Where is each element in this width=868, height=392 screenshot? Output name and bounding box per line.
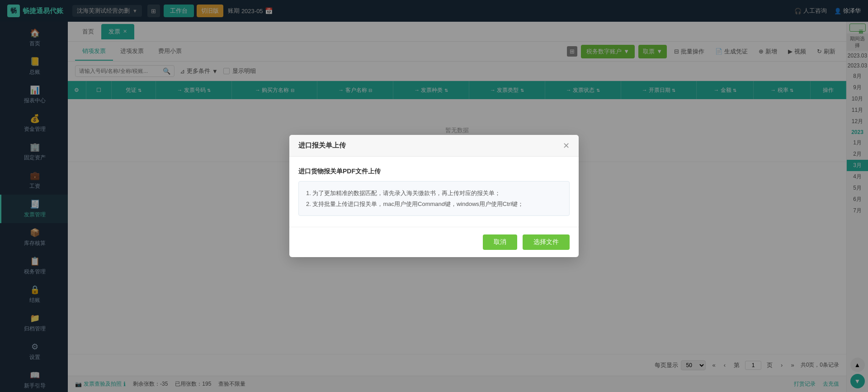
modal-footer: 取消 选择文件 bbox=[289, 227, 579, 257]
modal-cancel-button[interactable]: 取消 bbox=[483, 234, 517, 250]
import-customs-modal: 进口报关单上传 ✕ 进口货物报关单PDF文件上传 1. 为了更加精准的数据匹配，… bbox=[289, 135, 579, 257]
modal-info-box: 1. 为了更加精准的数据匹配，请先录入海关缴款书，再上传对应的报关单； 2. 支… bbox=[298, 181, 570, 216]
modal-info-item-1: 1. 为了更加精准的数据匹配，请先录入海关缴款书，再上传对应的报关单； bbox=[306, 188, 562, 198]
modal-title: 进口报关单上传 bbox=[298, 141, 346, 150]
modal-info-item-2: 2. 支持批量上传进口报关单，mac用户使用Command键，windows用户… bbox=[306, 199, 562, 209]
modal-section-title: 进口货物报关单PDF文件上传 bbox=[298, 167, 570, 176]
modal-header: 进口报关单上传 ✕ bbox=[289, 135, 579, 157]
modal-body: 进口货物报关单PDF文件上传 1. 为了更加精准的数据匹配，请先录入海关缴款书，… bbox=[289, 157, 579, 227]
modal-select-file-button[interactable]: 选择文件 bbox=[523, 234, 570, 250]
modal-overlay: 进口报关单上传 ✕ 进口货物报关单PDF文件上传 1. 为了更加精准的数据匹配，… bbox=[0, 0, 868, 392]
modal-close-button[interactable]: ✕ bbox=[563, 142, 570, 150]
